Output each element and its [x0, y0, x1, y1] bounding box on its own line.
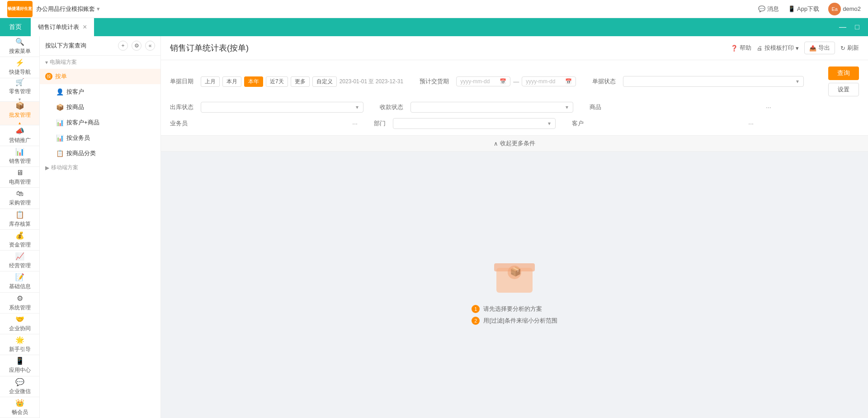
left-panel: 按以下方案查询 + ⚙ « ▾ 电脑端方案 按 按单 👤 按客户 📦 [40, 36, 161, 418]
sidebar-item-ecommerce[interactable]: 🖥 电商管理 [0, 167, 39, 188]
product-more-btn[interactable]: ··· [766, 104, 771, 111]
delivery-status-select[interactable]: ▾ [201, 102, 363, 113]
customer-icon: 👤 [56, 88, 64, 95]
sidebar-item-finance[interactable]: 💰 资金管理 [0, 230, 39, 251]
date-this-month-btn[interactable]: 本月 [222, 76, 241, 87]
calendar-icon: 📅 [500, 78, 506, 85]
tab-close-icon[interactable]: × [83, 23, 87, 31]
sidebar: 🔍 搜索菜单 ⚡ 快捷导航 🛒 零售管理 ▾ 📦 批发管理 ▴ 📣 营销推广 📊… [0, 36, 40, 418]
date-last7-btn[interactable]: 近7天 [266, 76, 288, 87]
topbar: 畅捷通好生意 办公用品行业模拟账套 ▾ 💬 消息 📱 App下载 Ea demo… [0, 0, 868, 18]
scheme-by-customer[interactable]: 👤 按客户 [40, 84, 160, 100]
sidebar-item-inventory[interactable]: 📋 库存核算 [0, 209, 39, 230]
sidebar-item-search-menu[interactable]: 🔍 搜索菜单 [0, 36, 39, 57]
sidebar-item-enterprise[interactable]: 🤝 企业协同 [0, 314, 39, 334]
system-icon: ⚙ [17, 294, 23, 303]
date-this-year-btn[interactable]: 本年 [244, 76, 263, 87]
filter-area: 单据日期 上月 本月 本年 近7天 更多 自定义 2023-01-01 至 20… [161, 60, 868, 136]
message-btn[interactable]: 💬 消息 [758, 5, 779, 13]
step1-num: 1 [472, 305, 480, 313]
content-area: 按以下方案查询 + ⚙ « ▾ 电脑端方案 按 按单 👤 按客户 📦 [40, 36, 868, 418]
collapse-icon: ∧ [494, 140, 498, 147]
left-panel-actions: + ⚙ « [118, 41, 155, 51]
sidebar-item-system[interactable]: ⚙ 系统管理 [0, 293, 39, 314]
chevron-down-icon[interactable]: ▾ [97, 5, 100, 12]
date-last-month-btn[interactable]: 上月 [201, 76, 220, 87]
customer-more-btn[interactable]: ··· [748, 120, 754, 127]
expected-date-start[interactable]: yyyy-mm-dd 📅 [456, 76, 510, 86]
page-title: 销售订单统计表(按单) [170, 43, 249, 53]
window-maximize-btn[interactable]: □ [852, 22, 863, 33]
add-scheme-btn[interactable]: + [118, 41, 128, 51]
settings-scheme-btn[interactable]: ⚙ [132, 41, 142, 51]
delivery-chevron-icon: ▾ [356, 104, 359, 110]
refresh-btn[interactable]: ↻ 刷新 [840, 44, 859, 52]
set-btn[interactable]: 设置 [828, 83, 859, 96]
department-select[interactable]: ▾ [393, 118, 556, 129]
date-more-btn[interactable]: 更多 [291, 76, 310, 87]
sidebar-item-sales[interactable]: 📊 销售管理 [0, 146, 39, 167]
quick-nav-icon: ⚡ [15, 58, 24, 67]
expected-date-range: yyyy-mm-dd 📅 — yyyy-mm-dd 📅 [456, 76, 576, 86]
status-filter-label: 单据状态 [592, 77, 616, 86]
scheme-by-product[interactable]: 📦 按商品 [40, 100, 160, 115]
scheme-by-customer-product[interactable]: 📊 按客户+商品 [40, 115, 160, 130]
mobile-section-label[interactable]: ▶ 移动端方案 [40, 161, 160, 174]
sidebar-item-operation[interactable]: 📈 经营管理 [0, 251, 39, 271]
page-header: 销售订单统计表(按单) ❓ 帮助 🖨 按模板打印 ▾ 📤 导出 [161, 36, 868, 60]
payment-status-select[interactable]: ▾ [410, 102, 573, 113]
sidebar-item-newbie[interactable]: 🌟 新手引导 [0, 334, 39, 355]
sidebar-item-app-center[interactable]: 📱 应用中心 [0, 355, 39, 376]
tab-home[interactable]: 首页 [0, 18, 31, 36]
expected-date-label: 预计交货期 [420, 77, 449, 86]
status-select[interactable]: ▾ [623, 76, 804, 87]
help-btn[interactable]: ❓ 帮助 [731, 44, 751, 52]
status-chevron-icon: ▾ [796, 78, 799, 85]
sidebar-item-procurement[interactable]: 🛍 采购管理 [0, 188, 39, 209]
sidebar-item-member[interactable]: 👑 畅会员 [0, 397, 39, 418]
sidebar-item-basic[interactable]: 📝 基础信息 [0, 271, 39, 292]
download-icon: 📱 [788, 5, 795, 12]
wholesale-icon: 📦 [15, 101, 24, 110]
date-range-display: 2023-01-01 至 2023-12-31 [340, 78, 403, 86]
scheme-by-product-category[interactable]: 📋 按商品分类 [40, 146, 160, 161]
export-btn[interactable]: 📤 导出 [804, 42, 835, 54]
pc-section-label[interactable]: ▾ 电脑端方案 [40, 56, 160, 69]
empty-step-2: 2 用[过滤]条件来缩小分析范围 [472, 317, 557, 325]
filter-row-3: 业务员 ··· 部门 ▾ 客户 ··· [170, 118, 859, 129]
app-download-btn[interactable]: 📱 App下载 [788, 5, 819, 13]
tab-sales-order-stats[interactable]: 销售订单统计表 × [31, 18, 94, 36]
expected-date-end[interactable]: yyyy-mm-dd 📅 [522, 76, 576, 86]
procurement-icon: 🛍 [16, 190, 24, 198]
collapse-panel-btn[interactable]: « [145, 41, 155, 51]
sidebar-item-enterprise-wechat[interactable]: 💬 企业微信 [0, 376, 39, 397]
salesperson-more-btn[interactable]: ··· [352, 120, 358, 127]
window-minimize-btn[interactable]: — [837, 22, 848, 33]
sidebar-item-marketing[interactable]: 📣 营销推广 [0, 125, 39, 146]
customer-product-icon: 📊 [56, 119, 64, 126]
app-name: 办公用品行业模拟账套 ▾ [36, 5, 100, 13]
enterprise-icon: 🤝 [15, 315, 24, 323]
sidebar-item-retail[interactable]: 🛒 零售管理 ▾ [0, 78, 39, 102]
print-icon: 🖨 [757, 45, 763, 52]
query-btn[interactable]: 查询 [828, 66, 859, 80]
empty-svg: 📦 [487, 250, 542, 295]
date-range-separator: — [513, 78, 519, 85]
scheme-by-salesperson[interactable]: 📊 按业务员 [40, 130, 160, 146]
chevron-right-icon: ▶ [45, 165, 49, 171]
scheme-by-order[interactable]: 按 按单 [40, 69, 160, 84]
refresh-icon: ↻ [840, 45, 845, 52]
finance-icon: 💰 [15, 231, 24, 240]
page-header-actions: ❓ 帮助 🖨 按模板打印 ▾ 📤 导出 ↻ 刷新 [731, 42, 859, 54]
sidebar-item-wholesale[interactable]: 📦 批发管理 ▴ [0, 102, 39, 125]
product-filter-label: 商品 [590, 103, 601, 111]
payment-status-label: 收款状态 [380, 103, 403, 111]
collapse-text: ∧ 收起更多条件 [494, 139, 535, 147]
user-profile[interactable]: Ea demo2 [828, 3, 861, 15]
date-custom-btn[interactable]: 自定义 [312, 76, 337, 87]
filter-row-2: 出库状态 ▾ 收款状态 ▾ 商品 ··· [170, 102, 859, 113]
svg-text:📦: 📦 [510, 266, 521, 277]
template-print-btn[interactable]: 🖨 按模板打印 ▾ [757, 44, 799, 52]
sidebar-item-quick-nav[interactable]: ⚡ 快捷导航 [0, 57, 39, 78]
collapse-bar[interactable]: ∧ 收起更多条件 [161, 136, 868, 152]
